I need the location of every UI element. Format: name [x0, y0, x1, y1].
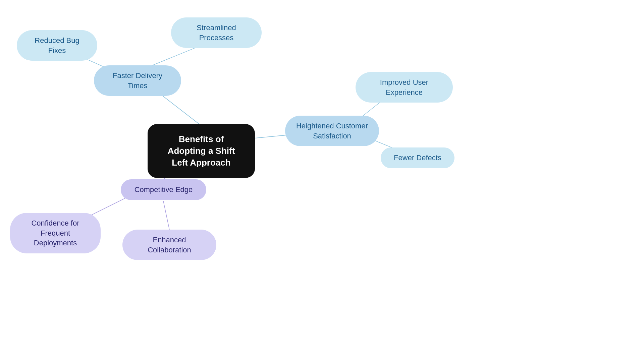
improved-user-exp-node: Improved User Experience	[356, 72, 453, 103]
connection-lines	[0, 0, 644, 363]
heightened-customer-node: Heightened Customer Satisfaction	[285, 116, 379, 146]
reduced-bug-fixes-node: Reduced Bug Fixes	[17, 30, 97, 61]
streamlined-processes-node: Streamlined Processes	[171, 17, 262, 48]
svg-line-8	[163, 201, 169, 230]
confidence-deployments-node: Confidence for Frequent Deployments	[10, 213, 101, 253]
center-node: Benefits of Adopting a Shift Left Approa…	[148, 124, 255, 178]
faster-delivery-node: Faster Delivery Times	[94, 65, 181, 96]
fewer-defects-node: Fewer Defects	[381, 147, 454, 168]
enhanced-collab-node: Enhanced Collaboration	[122, 230, 216, 260]
competitive-edge-node: Competitive Edge	[121, 179, 206, 200]
